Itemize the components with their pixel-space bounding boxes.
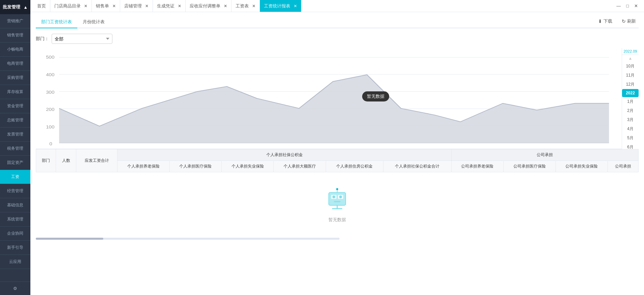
month-item-2[interactable]: 2月 — [622, 106, 639, 115]
sidebar-collapse-icon: ▲ — [23, 5, 28, 10]
tab-close-payroll-report[interactable]: ✕ — [294, 4, 297, 8]
col-personal-total: 个人承担社保公积金合计 — [383, 161, 451, 172]
svg-point-23 — [336, 188, 338, 190]
svg-rect-19 — [334, 201, 341, 202]
tab-sales-order[interactable]: 销售单 ✕ — [92, 0, 120, 12]
table-wrapper: 部门 人数 应发工资合计 个人承担社保公积金 公司承担 个人承担养老保险 个人承… — [36, 149, 639, 291]
month-item-11[interactable]: 11月 — [622, 71, 639, 80]
horizontal-scrollbar[interactable] — [36, 236, 639, 242]
tab-payroll-report[interactable]: 工资统计报表 ✕ — [260, 0, 301, 12]
sidebar-item-assets[interactable]: 固定资产 — [0, 156, 30, 170]
tab-close-sales-order[interactable]: ✕ — [112, 4, 116, 8]
col-company-unemployment: 公司承担失业保险 — [556, 161, 608, 172]
svg-text:100: 100 — [46, 125, 55, 129]
sidebar-item-ledger[interactable]: 总账管理 — [0, 113, 30, 127]
no-data-tooltip: 暂无数据 — [362, 91, 389, 101]
col-company-pension: 公司承担养老保险 — [451, 161, 503, 172]
empty-text: 暂无数据 — [328, 217, 346, 223]
filter-left: 部门： 全部 — [36, 34, 112, 44]
sidebar-item-sales[interactable]: 销售管理 — [0, 28, 30, 42]
chart-area: 0 100 200 300 400 500 — [36, 48, 622, 149]
data-table: 部门 人数 应发工资合计 个人承担社保公积金 公司承担 个人承担养老保险 个人承… — [36, 149, 639, 172]
tab-home[interactable]: 首页 — [33, 0, 50, 12]
window-close[interactable]: ✕ — [632, 3, 640, 9]
month-item-10[interactable]: 10月 — [622, 62, 639, 71]
content-area: 部门工资统计表 月份统计表 ⬇ 下载 ↻ 刷新 部门： 全部 — [30, 12, 644, 295]
svg-text:200: 200 — [46, 108, 55, 112]
window-restore[interactable]: □ — [624, 3, 631, 9]
tab-close-ar-adjust[interactable]: ✕ — [224, 4, 227, 8]
chart-svg: 0 100 200 300 400 500 — [36, 48, 622, 149]
col-personal-medical: 个人承担医疗保险 — [169, 161, 221, 172]
tab-voucher[interactable]: 生成凭证 ✕ — [153, 0, 186, 12]
sidebar-header[interactable]: 批发管理 ▲ — [0, 0, 30, 14]
sidebar-item-payroll[interactable]: 工资 — [0, 170, 30, 184]
col-company-group: 公司承担 — [451, 149, 638, 161]
download-button[interactable]: ⬇ 下载 — [595, 17, 615, 26]
sidebar-item-guide[interactable]: 新手引导 — [0, 241, 30, 255]
empty-state-icon — [324, 186, 351, 213]
sidebar-item-inventory[interactable]: 库存核算 — [0, 85, 30, 99]
year-item-2022[interactable]: 2022 — [622, 89, 639, 97]
col-company-other: 公司承担 — [608, 161, 638, 172]
sidebar-item-enterprise[interactable]: 企业协同 — [0, 227, 30, 241]
sidebar-item-operations[interactable]: 经营管理 — [0, 184, 30, 198]
sidebar-title: 批发管理 — [3, 4, 20, 10]
sidebar-item-marketing[interactable]: 营销推广 — [0, 14, 30, 28]
col-personal-unemployment: 个人承担失业保险 — [222, 161, 274, 172]
svg-text:300: 300 — [46, 90, 55, 94]
sidebar-item-invoice[interactable]: 发票管理 — [0, 127, 30, 142]
filter-toolbar: 部门： 全部 — [36, 34, 639, 44]
dept-select[interactable]: 全部 — [52, 34, 112, 44]
download-icon: ⬇ — [598, 19, 602, 24]
main-area: 首页 门店商品目录 ✕ 销售单 ✕ 店铺管理 ✕ 生成凭证 ✕ 应收应付调整单 … — [30, 0, 644, 295]
col-personal-group: 个人承担社保公积金 — [117, 149, 451, 161]
year-panel-title[interactable]: 2022.09 — [622, 48, 639, 55]
sidebar-item-basic-info[interactable]: 基础信息 — [0, 198, 30, 212]
month-item-1[interactable]: 1月 — [622, 97, 639, 106]
col-personal-pension: 个人承担养老保险 — [117, 161, 169, 172]
col-total-salary: 应发工资合计 — [76, 149, 117, 172]
subtab-month[interactable]: 月份统计表 — [77, 16, 110, 28]
tab-ar-adjust[interactable]: 应收应付调整单 ✕ — [186, 0, 232, 12]
subtab-dept[interactable]: 部门工资统计表 — [36, 16, 77, 28]
tab-close-voucher[interactable]: ✕ — [178, 4, 181, 8]
year-up-arrow[interactable]: ▲ — [627, 55, 634, 62]
tab-bar: 首页 门店商品目录 ✕ 销售单 ✕ 店铺管理 ✕ 生成凭证 ✕ 应收应付调整单 … — [30, 0, 644, 12]
sidebar-item-cloud[interactable]: 云应用 — [0, 255, 30, 269]
month-item-4[interactable]: 4月 — [622, 124, 639, 134]
tab-close-payroll[interactable]: ✕ — [252, 4, 256, 8]
sidebar: 批发管理 ▲ 营销推广 销售管理 小畅电商 电商管理 采购管理 库存核算 资金管… — [0, 0, 30, 295]
sidebar-item-ecommerce-small[interactable]: 小畅电商 — [0, 42, 30, 57]
tab-store-manage[interactable]: 店铺管理 ✕ — [120, 0, 153, 12]
col-headcount: 人数 — [56, 149, 76, 172]
col-company-medical: 公司承担医疗保险 — [504, 161, 556, 172]
svg-point-17 — [332, 196, 335, 198]
sidebar-item-tax[interactable]: 税务管理 — [0, 142, 30, 156]
month-item-5[interactable]: 5月 — [622, 134, 639, 143]
sidebar-item-finance[interactable]: 资金管理 — [0, 99, 30, 113]
year-panel: 2022.09 ▲ 10月 11月 12月 2022 1月 2月 3月 4月 5… — [622, 48, 639, 149]
refresh-icon: ↻ — [622, 19, 626, 24]
settings-footer[interactable]: ⚙ — [0, 282, 30, 295]
empty-state: 暂无数据 — [36, 172, 639, 236]
sidebar-item-system[interactable]: 系统管理 — [0, 212, 30, 227]
refresh-button[interactable]: ↻ 刷新 — [619, 17, 639, 26]
month-item-12[interactable]: 12月 — [622, 80, 639, 89]
svg-text:500: 500 — [46, 55, 55, 59]
col-personal-major-medical: 个人承担大额医疗 — [274, 161, 326, 172]
window-minimize[interactable]: — — [614, 3, 623, 9]
tab-store-catalog[interactable]: 门店商品目录 ✕ — [50, 0, 92, 12]
month-item-6[interactable]: 6月 — [622, 143, 639, 149]
sidebar-item-purchase[interactable]: 采购管理 — [0, 71, 30, 85]
gear-icon: ⚙ — [13, 286, 17, 291]
dept-label: 部门： — [36, 36, 49, 42]
svg-point-18 — [339, 196, 342, 198]
sidebar-item-ecommerce[interactable]: 电商管理 — [0, 57, 30, 71]
tab-close-store-catalog[interactable]: ✕ — [84, 4, 87, 8]
col-dept: 部门 — [36, 149, 56, 172]
tab-close-store-manage[interactable]: ✕ — [145, 4, 149, 8]
month-item-3[interactable]: 3月 — [622, 115, 639, 124]
tab-payroll[interactable]: 工资表 ✕ — [232, 0, 260, 12]
col-personal-housing: 个人承担住房公积金 — [326, 161, 383, 172]
